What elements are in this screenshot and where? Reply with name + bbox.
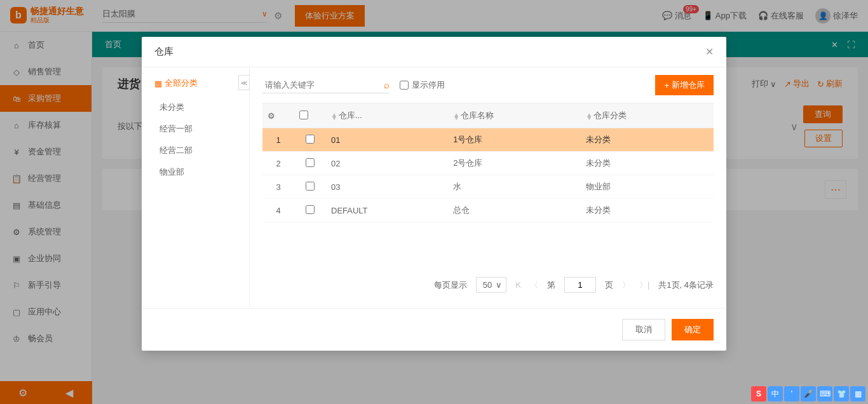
row-index: 4 [262, 199, 294, 222]
select-all-checkbox[interactable] [299, 111, 308, 119]
all-categories-label: 全部分类 [165, 77, 198, 89]
prev-page-icon[interactable]: 〈 [530, 279, 538, 291]
row-index: 3 [262, 175, 294, 199]
ime-punct-icon[interactable]: ' [784, 386, 799, 401]
table-row[interactable]: 3 03 水 物业部 [262, 175, 714, 199]
page-prefix: 第 [547, 279, 555, 291]
per-page-label: 每页显示 [434, 279, 467, 291]
category-item[interactable]: 未分类 [142, 97, 249, 118]
collapse-sidebar-button[interactable]: ≪ [238, 75, 250, 90]
row-checkbox[interactable] [306, 135, 315, 144]
cell-category: 未分类 [581, 152, 714, 175]
ime-toolbar: S 中 ' 🎤 ⌨ 👕 ▦ [751, 386, 865, 401]
modal-footer: 取消 确定 [142, 308, 726, 351]
next-page-icon[interactable]: 〉 [622, 279, 630, 291]
ime-skin-icon[interactable]: 👕 [834, 386, 849, 401]
row-checkbox[interactable] [306, 158, 315, 167]
pagination: 每页显示 50 ∨ K 〈 第 页 〉 〉| 共1页, 4条记录 [262, 269, 714, 300]
row-checkbox[interactable] [306, 182, 315, 191]
cell-code: DEFAULT [326, 199, 448, 222]
row-index: 1 [262, 128, 294, 152]
sort-icon: ▲▼ [331, 113, 337, 119]
name-column[interactable]: ▲▼仓库名称 [448, 104, 581, 128]
gear-column[interactable]: ⚙ [262, 104, 294, 128]
cell-name: 1号仓库 [448, 128, 581, 152]
all-categories[interactable]: ▦ 全部分类 [142, 75, 249, 97]
ime-s-icon[interactable]: S [751, 386, 766, 401]
code-column[interactable]: ▲▼仓库... [326, 104, 448, 128]
table-row[interactable]: 2 02 2号仓库 未分类 [262, 152, 714, 175]
page-size-select[interactable]: 50 ∨ [476, 277, 506, 293]
cell-category: 物业部 [581, 175, 714, 199]
cell-name: 水 [448, 175, 581, 199]
add-warehouse-button[interactable]: + 新增仓库 [655, 75, 714, 95]
cell-name: 总仓 [448, 199, 581, 222]
close-icon[interactable]: ✕ [705, 46, 714, 58]
modal-title: 仓库 [154, 46, 173, 58]
page-number-input[interactable] [564, 277, 596, 293]
cancel-button[interactable]: 取消 [622, 319, 665, 340]
table-row[interactable]: 1 01 1号仓库 未分类 [262, 128, 714, 152]
table-toolbar: ⌕ 显示停用 + 新增仓库 [262, 75, 714, 95]
checkbox-column [294, 104, 326, 128]
sort-icon: ▲▼ [453, 113, 459, 119]
search-box: ⌕ [262, 77, 390, 93]
page-suffix: 页 [605, 279, 613, 291]
grid-icon: ▦ [154, 79, 162, 88]
chevron-down-icon: ∨ [496, 280, 502, 290]
row-index: 2 [262, 152, 294, 175]
add-button-label: 新增仓库 [672, 79, 705, 91]
cell-code: 02 [326, 152, 448, 175]
first-page-icon[interactable]: K [515, 280, 521, 290]
cell-category: 未分类 [581, 199, 714, 222]
table-area: ⌕ 显示停用 + 新增仓库 ⚙ [250, 67, 726, 308]
sort-icon: ▲▼ [586, 113, 592, 119]
last-page-icon[interactable]: 〉| [639, 279, 649, 291]
table-row[interactable]: 4 DEFAULT 总仓 未分类 [262, 199, 714, 222]
category-item[interactable]: 经营二部 [142, 140, 249, 161]
cell-code: 03 [326, 175, 448, 199]
plus-icon: + [664, 81, 669, 90]
pagination-summary: 共1页, 4条记录 [658, 279, 714, 291]
show-disabled-input[interactable] [400, 81, 409, 90]
modal-header: 仓库 ✕ [142, 37, 726, 67]
warehouse-table: ⚙ ▲▼仓库... ▲▼仓库名称 ▲▼仓库分类 1 01 1号仓库 [262, 103, 714, 222]
ime-menu-icon[interactable]: ▦ [850, 386, 865, 401]
search-icon[interactable]: ⌕ [384, 79, 390, 90]
category-item[interactable]: 物业部 [142, 161, 249, 183]
row-checkbox[interactable] [306, 205, 315, 214]
cell-category: 未分类 [581, 128, 714, 152]
category-item[interactable]: 经营一部 [142, 118, 249, 140]
warehouse-modal: 仓库 ✕ ▦ 全部分类 未分类 经营一部 经营二部 物业部 ≪ ⌕ [142, 37, 726, 351]
ime-keyboard-icon[interactable]: ⌨ [817, 386, 832, 401]
ime-lang-icon[interactable]: 中 [768, 386, 783, 401]
show-disabled-checkbox[interactable]: 显示停用 [400, 79, 445, 91]
category-sidebar: ▦ 全部分类 未分类 经营一部 经营二部 物业部 ≪ [142, 67, 250, 308]
confirm-button[interactable]: 确定 [672, 319, 714, 340]
category-column[interactable]: ▲▼仓库分类 [581, 104, 714, 128]
modal-overlay: 仓库 ✕ ▦ 全部分类 未分类 经营一部 经营二部 物业部 ≪ ⌕ [0, 0, 868, 404]
ime-mic-icon[interactable]: 🎤 [801, 386, 816, 401]
search-input[interactable] [262, 77, 384, 93]
cell-code: 01 [326, 128, 448, 152]
cell-name: 2号仓库 [448, 152, 581, 175]
show-disabled-label: 显示停用 [412, 79, 445, 91]
